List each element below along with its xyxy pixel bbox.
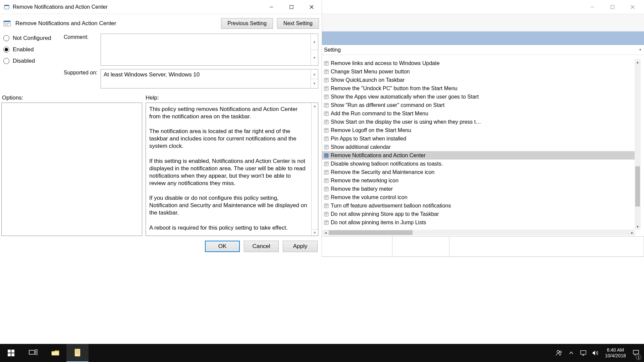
file-explorer-button[interactable] bbox=[44, 344, 66, 362]
policy-item-icon bbox=[323, 220, 329, 226]
ok-button[interactable]: OK bbox=[205, 241, 240, 252]
gpedit-taskbar-button[interactable] bbox=[66, 344, 89, 362]
apply-button[interactable]: Apply bbox=[283, 241, 318, 252]
scroll-track[interactable] bbox=[311, 109, 318, 229]
policy-item-label: Remove the Security and Maintenance icon bbox=[331, 169, 435, 175]
close-button[interactable] bbox=[302, 0, 322, 14]
comment-textarea[interactable]: ▲ ▼ bbox=[101, 34, 318, 66]
policy-icon bbox=[3, 19, 11, 28]
column-header-setting[interactable]: Setting ▴ bbox=[322, 45, 644, 55]
radio-enabled[interactable]: Enabled bbox=[3, 46, 57, 53]
policy-list-item[interactable]: Show the Apps view automatically when th… bbox=[322, 93, 635, 101]
cancel-button[interactable]: Cancel bbox=[244, 241, 279, 252]
policy-item-label: Show QuickLaunch on Taskbar bbox=[331, 77, 405, 83]
policy-list-item[interactable]: Remove the volume control icon bbox=[322, 193, 635, 201]
svg-rect-101 bbox=[52, 352, 59, 355]
policy-item-label: Show the Apps view automatically when th… bbox=[331, 94, 479, 100]
policy-item-label: Remove the battery meter bbox=[331, 186, 393, 192]
svg-rect-95 bbox=[11, 350, 14, 353]
scroll-up-arrow-icon[interactable]: ▲ bbox=[635, 59, 641, 65]
policy-list-item[interactable]: Show Start on the display the user is us… bbox=[322, 118, 635, 126]
bg-maximize-button[interactable] bbox=[602, 0, 623, 14]
policy-item-label: Pin Apps to Start when installed bbox=[331, 136, 406, 142]
bg-close-button[interactable] bbox=[623, 0, 643, 14]
policy-item-icon bbox=[323, 69, 329, 75]
policy-list-item[interactable]: Show "Run as different user" command on … bbox=[322, 101, 635, 109]
policy-list-item[interactable]: Do not allow pinning items in Jump Lists bbox=[322, 218, 635, 227]
policy-item-icon bbox=[323, 178, 329, 184]
minimize-button[interactable] bbox=[261, 0, 281, 14]
start-button[interactable] bbox=[0, 344, 22, 362]
bg-toolbar bbox=[322, 14, 644, 32]
taskbar-clock[interactable]: 6:40 AM 10/4/2018 bbox=[602, 347, 629, 359]
policy-list-item[interactable]: Disable showing balloon notifications as… bbox=[322, 160, 635, 168]
policy-item-label: Add the Run command to the Start Menu bbox=[331, 111, 428, 117]
policy-dialog: Remove Notifications and Action Center R… bbox=[0, 0, 322, 257]
volume-icon[interactable] bbox=[590, 344, 601, 362]
column-sort-caret-icon: ▴ bbox=[639, 47, 641, 51]
policy-item-icon bbox=[323, 194, 329, 200]
policy-name: Remove Notifications and Action Center bbox=[15, 20, 217, 27]
svg-rect-108 bbox=[581, 351, 586, 354]
policy-list-item[interactable]: Add the Run command to the Start Menu bbox=[322, 109, 635, 118]
policy-list-item[interactable]: Pin Apps to Start when installed bbox=[322, 134, 635, 143]
scroll-down-icon[interactable]: ▼ bbox=[311, 79, 318, 88]
policy-item-label: Do not allow pinning Store app to the Ta… bbox=[331, 211, 439, 217]
task-view-button[interactable] bbox=[22, 344, 44, 362]
maximize-button[interactable] bbox=[281, 0, 302, 14]
empty-area bbox=[0, 257, 644, 344]
scroll-left-arrow-icon[interactable]: ◄ bbox=[323, 230, 329, 236]
horizontal-scrollbar[interactable]: ◄ ► bbox=[323, 230, 635, 236]
policy-item-icon bbox=[323, 127, 329, 133]
scroll-down-icon[interactable]: ▼ bbox=[311, 229, 318, 236]
supported-on-value: At least Windows Server, Windows 10 bbox=[101, 69, 311, 88]
policy-list-item[interactable]: Do not allow pinning Store app to the Ta… bbox=[322, 210, 635, 218]
policy-list-item[interactable]: Remove the "Undock PC" button from the S… bbox=[322, 84, 635, 93]
vertical-scroll-thumb[interactable] bbox=[635, 166, 640, 206]
column-header-label: Setting bbox=[324, 47, 341, 53]
policy-list[interactable]: Remove links and access to Windows Updat… bbox=[322, 59, 635, 230]
policy-list-item[interactable]: Show QuickLaunch on Taskbar bbox=[322, 76, 635, 84]
previous-setting-button[interactable]: Previous Setting bbox=[221, 18, 273, 29]
policy-list-item[interactable]: Remove the battery meter bbox=[322, 185, 635, 193]
vertical-scrollbar[interactable]: ▲ ▼ bbox=[635, 59, 641, 230]
policy-list-item[interactable]: Remove Logoff on the Start Menu bbox=[322, 126, 635, 134]
policy-item-icon bbox=[323, 144, 329, 150]
taskbar: 6:40 AM 10/4/2018 1 bbox=[0, 344, 644, 362]
scroll-up-icon[interactable]: ▲ bbox=[311, 69, 318, 79]
bg-minimize-button[interactable] bbox=[582, 0, 602, 14]
policy-item-icon bbox=[323, 60, 329, 66]
action-center-button[interactable]: 1 bbox=[630, 344, 642, 362]
help-panel: This policy setting removes Notification… bbox=[146, 103, 318, 236]
tray-chevron-icon[interactable] bbox=[566, 344, 577, 362]
policy-list-item[interactable]: Remove the Security and Maintenance icon bbox=[322, 168, 635, 176]
policy-item-icon bbox=[323, 136, 329, 142]
policy-item-icon bbox=[323, 203, 329, 209]
radio-not-configured[interactable]: Not Configured bbox=[3, 35, 57, 42]
policy-item-label: Disable showing balloon notifications as… bbox=[331, 161, 443, 167]
policy-list-item[interactable]: Show additional calendar bbox=[322, 143, 635, 151]
scroll-down-icon[interactable]: ▼ bbox=[311, 50, 318, 66]
policy-list-item[interactable]: Change Start Menu power button bbox=[322, 67, 635, 76]
svg-rect-100 bbox=[36, 353, 37, 355]
bg-bottom-panel bbox=[322, 236, 644, 256]
scroll-up-icon[interactable]: ▲ bbox=[311, 34, 318, 50]
dialog-button-row: OK Cancel Apply bbox=[0, 236, 322, 257]
next-setting-button[interactable]: Next Setting bbox=[277, 18, 319, 29]
horizontal-scroll-thumb[interactable] bbox=[329, 230, 413, 235]
policy-item-label: Remove Notifications and Action Center bbox=[331, 153, 426, 159]
policy-list-item[interactable]: Turn off feature advertisement balloon n… bbox=[322, 201, 635, 210]
background-titlebar bbox=[322, 0, 644, 14]
policy-list-item[interactable]: Remove the networking icon bbox=[322, 176, 635, 185]
policy-list-item[interactable]: Remove links and access to Windows Updat… bbox=[322, 59, 635, 67]
dialog-app-icon bbox=[3, 4, 10, 10]
radio-circle-icon bbox=[3, 35, 9, 41]
radio-disabled[interactable]: Disabled bbox=[3, 58, 57, 64]
scroll-down-arrow-icon[interactable]: ▼ bbox=[635, 224, 641, 230]
network-icon[interactable] bbox=[578, 344, 589, 362]
policy-list-item[interactable]: Remove Notifications and Action Center bbox=[322, 151, 635, 160]
scroll-up-icon[interactable]: ▲ bbox=[311, 103, 318, 109]
people-icon[interactable] bbox=[553, 344, 565, 362]
scroll-right-arrow-icon[interactable]: ► bbox=[629, 230, 635, 236]
help-text: This policy setting removes Notification… bbox=[146, 103, 311, 236]
